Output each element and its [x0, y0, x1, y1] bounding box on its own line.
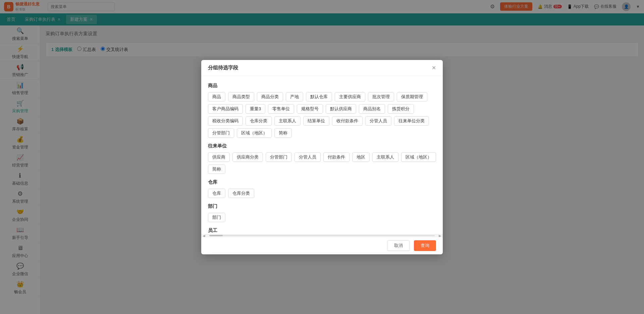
field-spec-model[interactable]: 规格型号 [297, 104, 323, 114]
field-default-supplier[interactable]: 默认供应商 [326, 104, 356, 114]
field-settlement-unit[interactable]: 结算单位 [303, 116, 329, 126]
field-select-modal: 分组待选字段 ✕ 商品 商品 商品类型 商品分类 产地 默认仓库 主要供应商 批… [201, 60, 443, 254]
field-region-goods[interactable]: 区域（地区） [237, 128, 272, 138]
field-short-name-goods[interactable]: 简称 [274, 128, 292, 138]
field-main-contact[interactable]: 主联系人 [274, 116, 301, 126]
field-warehouse-category[interactable]: 仓库分类 [246, 116, 272, 126]
field-manage-dept[interactable]: 分管部门 [266, 152, 292, 162]
section-title-dept: 部门 [208, 203, 436, 209]
field-batch-mgmt[interactable]: 批次管理 [368, 92, 394, 102]
field-default-warehouse[interactable]: 默认仓库 [306, 92, 332, 102]
modal-body[interactable]: 商品 商品 商品类型 商品分类 产地 默认仓库 主要供应商 批次管理 保质期管理… [201, 76, 443, 234]
field-manage-person[interactable]: 分管人员 [294, 152, 321, 162]
field-dept-in-charge[interactable]: 分管部门 [208, 128, 234, 138]
field-area[interactable]: 地区 [352, 152, 370, 162]
modal-header: 分组待选字段 ✕ [201, 60, 443, 76]
dept-fields: 部门 [208, 213, 436, 222]
modal-overlay: 分组待选字段 ✕ 商品 商品 商品类型 商品分类 产地 默认仓库 主要供应商 批… [0, 0, 644, 314]
partner-fields: 供应商 供应商分类 分管部门 分管人员 付款条件 地区 主联系人 区域（地区） … [208, 152, 436, 174]
modal-scroll-track [209, 235, 435, 236]
field-short-name-partner[interactable]: 简称 [208, 165, 225, 174]
field-supplier-category[interactable]: 供应商分类 [232, 152, 263, 162]
goods-fields: 商品 商品类型 商品分类 产地 默认仓库 主要供应商 批次管理 保质期管理 客户… [208, 92, 436, 138]
field-origin[interactable]: 产地 [286, 92, 303, 102]
modal-scroll-bar[interactable]: ◀ ▶ [201, 234, 443, 237]
modal-close-button[interactable]: ✕ [432, 65, 436, 71]
section-title-staff: 员工 [208, 228, 436, 234]
field-goods-category[interactable]: 商品分类 [257, 92, 283, 102]
field-main-contact-partner[interactable]: 主联系人 [372, 152, 398, 162]
modal-footer: 取消 查询 [201, 237, 443, 254]
field-pick-points[interactable]: 拣货积分 [388, 104, 414, 114]
field-warehouse[interactable]: 仓库 [208, 189, 225, 198]
confirm-button[interactable]: 查询 [414, 240, 436, 251]
field-customer-goods-code[interactable]: 客户商品编码 [208, 104, 243, 114]
field-expiry-mgmt[interactable]: 保质期管理 [397, 92, 427, 102]
field-retail-unit[interactable]: 零售单位 [268, 104, 294, 114]
section-title-goods: 商品 [208, 83, 436, 89]
modal-title: 分组待选字段 [208, 65, 238, 71]
section-title-warehouse: 仓库 [208, 179, 436, 185]
field-goods[interactable]: 商品 [208, 92, 225, 102]
section-title-partner: 往来单位 [208, 143, 436, 149]
field-main-supplier[interactable]: 主要供应商 [335, 92, 365, 102]
field-partner-category[interactable]: 往来单位分类 [394, 116, 429, 126]
field-supplier[interactable]: 供应商 [208, 152, 230, 162]
field-weight3[interactable]: 重量3 [246, 104, 265, 114]
field-region-partner[interactable]: 区域（地区） [401, 152, 436, 162]
field-warehouse-cat[interactable]: 仓库分类 [228, 189, 254, 198]
modal-scroll-thumb [209, 235, 223, 236]
field-dept[interactable]: 部门 [208, 213, 225, 222]
field-goods-type[interactable]: 商品类型 [228, 92, 254, 102]
warehouse-fields: 仓库 仓库分类 [208, 189, 436, 198]
field-payment-terms[interactable]: 收付款条件 [332, 116, 363, 126]
field-supervisor[interactable]: 分管人员 [365, 116, 391, 126]
field-goods-alias[interactable]: 商品别名 [359, 104, 385, 114]
field-tax-code[interactable]: 税收分类编码 [208, 116, 243, 126]
field-payment-condition[interactable]: 付款条件 [323, 152, 350, 162]
cancel-button[interactable]: 取消 [387, 240, 410, 251]
